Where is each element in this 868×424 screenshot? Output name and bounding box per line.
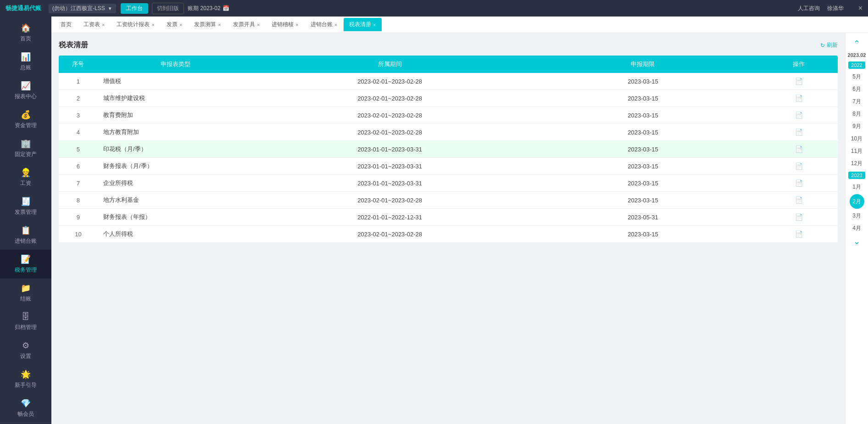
- action-icon[interactable]: 📄: [795, 128, 803, 136]
- cell-type: 财务报表（年报）: [98, 209, 254, 226]
- action-icon[interactable]: 📄: [795, 196, 803, 204]
- tab-tax_register[interactable]: 税表清册×: [344, 18, 381, 31]
- action-icon[interactable]: 📄: [795, 78, 803, 85]
- tab-close-invoice[interactable]: ×: [179, 22, 182, 28]
- tab-close-salary[interactable]: ×: [102, 22, 105, 28]
- cell-deadline: 2023-03-15: [526, 107, 760, 124]
- main-layout: 🏠首页📊总账📈报表中心💰资金管理🏢固定资产👷工资🧾发票管理📋进销台账📝税务管理📁…: [0, 17, 868, 424]
- cell-seq: 5: [59, 141, 98, 158]
- sidebar-label-tax: 税务管理: [15, 266, 37, 274]
- sidebar-label-fixed: 固定资产: [15, 151, 37, 158]
- action-icon[interactable]: 📄: [795, 95, 803, 102]
- sidebar-item-close[interactable]: 📁结账: [0, 279, 51, 307]
- sidebar-item-purchase[interactable]: 📋进销台账: [0, 221, 51, 250]
- calendar-up-button[interactable]: ⌃: [851, 37, 862, 50]
- sidebar-item-archive[interactable]: 🗄归档管理: [0, 307, 51, 336]
- cal-month-11月[interactable]: 11月: [848, 145, 866, 157]
- tab-close-invoice_calc[interactable]: ×: [218, 22, 221, 28]
- cell-deadline: 2023-03-15: [526, 124, 760, 141]
- tab-close-tax_register[interactable]: ×: [373, 22, 376, 28]
- vip-icon: 💎: [21, 398, 31, 408]
- page-title: 税表清册: [59, 40, 88, 50]
- calendar-down-button[interactable]: ⌄: [851, 234, 862, 248]
- cal-month-8月[interactable]: 8月: [848, 108, 866, 120]
- user-service[interactable]: 人工咨询: [798, 5, 820, 12]
- sidebar-item-ledger[interactable]: 📊总账: [0, 47, 51, 76]
- sidebar-item-tax[interactable]: 📝税务管理: [0, 250, 51, 279]
- calendar-header: 2023.02: [848, 50, 866, 60]
- cal-month-12月[interactable]: 12月: [848, 157, 866, 170]
- refresh-icon: ↻: [820, 42, 825, 49]
- period-label: 账期: [188, 5, 199, 12]
- sidebar-item-settings[interactable]: ⚙设置: [0, 336, 51, 365]
- cal-month-9月[interactable]: 9月: [848, 120, 866, 133]
- cell-type: 地方水利基金: [98, 192, 254, 209]
- tab-label-invoice_calc: 发票测算: [194, 21, 216, 28]
- action-icon[interactable]: 📄: [795, 230, 803, 238]
- action-icon[interactable]: 📄: [795, 162, 803, 170]
- close-icon: 📁: [21, 283, 31, 293]
- col-header-action: 操作: [760, 56, 838, 73]
- sidebar-item-vip[interactable]: 💎畅会员: [0, 394, 51, 423]
- company-name: (勿动）江西极宜-LSS: [52, 5, 105, 12]
- cal-month-curr-4月[interactable]: 4月: [848, 222, 866, 234]
- company-selector[interactable]: (勿动）江西极宜-LSS ▼: [49, 4, 116, 13]
- top-close-button[interactable]: ×: [858, 4, 862, 12]
- tab-purchase_ledger[interactable]: 进销台账×: [305, 18, 343, 31]
- cal-month-10月[interactable]: 10月: [848, 133, 866, 145]
- tab-invoice_open[interactable]: 发票开具×: [228, 18, 265, 31]
- cell-action: 📄: [760, 90, 838, 107]
- old-version-button[interactable]: 切到旧版: [152, 3, 184, 14]
- fund-icon: 💰: [21, 110, 31, 120]
- tab-close-salary_report[interactable]: ×: [151, 22, 154, 28]
- tab-close-purchase_ledger[interactable]: ×: [334, 22, 337, 28]
- tab-invoice[interactable]: 发票×: [161, 18, 188, 31]
- refresh-button[interactable]: ↻ 刷新: [820, 41, 838, 49]
- cal-month-7月[interactable]: 7月: [848, 95, 866, 108]
- sidebar-label-report: 报表中心: [15, 93, 37, 100]
- cal-month-6月[interactable]: 6月: [848, 83, 866, 95]
- cell-deadline: 2023-03-15: [526, 158, 760, 175]
- sidebar-label-settings: 设置: [20, 352, 31, 360]
- cal-month-curr-1月[interactable]: 1月: [848, 181, 866, 193]
- tab-close-purchase_check[interactable]: ×: [295, 22, 298, 28]
- sidebar-item-invoice[interactable]: 🧾发票管理: [0, 192, 51, 221]
- cell-action: 📄: [760, 107, 838, 124]
- cal-month-curr-2月[interactable]: 2月: [850, 194, 864, 209]
- cell-period: 2023-02-01~2023-02-28: [253, 90, 526, 107]
- sidebar-item-report[interactable]: 📈报表中心: [0, 76, 51, 105]
- user-name[interactable]: 徐涤华: [827, 5, 844, 12]
- app-logo: 畅捷通易代账: [6, 4, 41, 12]
- table-row: 8 地方水利基金 2023-02-01~2023-02-28 2023-03-1…: [59, 192, 838, 209]
- table-row: 10 个人所得税 2023-02-01~2023-02-28 2023-03-1…: [59, 226, 838, 243]
- page-content: 税表清册 ↻ 刷新 序号申报表类型所属期间申报期限操作 1 增值税 2023-0…: [51, 33, 868, 424]
- action-icon[interactable]: 📄: [795, 145, 803, 153]
- cell-type: 印花税（月/季）: [98, 141, 254, 158]
- page-header: 税表清册 ↻ 刷新: [59, 40, 838, 50]
- action-icon[interactable]: 📄: [795, 213, 803, 221]
- col-header-type: 申报表类型: [98, 56, 254, 73]
- calendar-icon[interactable]: 📅: [223, 5, 229, 11]
- action-icon[interactable]: 📄: [795, 179, 803, 187]
- sidebar-item-fund[interactable]: 💰资金管理: [0, 105, 51, 134]
- cal-month-curr-3月[interactable]: 3月: [848, 210, 866, 222]
- sidebar-label-fund: 资金管理: [15, 122, 37, 129]
- tax-table: 序号申报表类型所属期间申报期限操作 1 增值税 2023-02-01~2023-…: [59, 56, 838, 243]
- sidebar-item-guide[interactable]: 🌟新手引导: [0, 365, 51, 394]
- tab-purchase_check[interactable]: 进销稽核×: [266, 18, 304, 31]
- workspace-button[interactable]: 工作台: [121, 3, 148, 14]
- sidebar-item-home[interactable]: 🏠首页: [0, 18, 51, 47]
- tab-label-invoice_open: 发票开具: [233, 21, 255, 28]
- tab-salary_report[interactable]: 工资统计报表×: [111, 18, 160, 31]
- sidebar-item-fixed[interactable]: 🏢固定资产: [0, 134, 51, 163]
- period-value: 2023-02: [200, 5, 221, 11]
- sidebar-item-salary[interactable]: 👷工资: [0, 163, 51, 192]
- period-display: 账期 2023-02 📅: [188, 5, 229, 12]
- tab-salary[interactable]: 工资表×: [78, 18, 110, 31]
- tab-close-invoice_open[interactable]: ×: [257, 22, 260, 28]
- curr-year-badge: 2023: [848, 172, 865, 179]
- tab-home[interactable]: 首页: [55, 18, 77, 31]
- tab-invoice_calc[interactable]: 发票测算×: [189, 18, 226, 31]
- action-icon[interactable]: 📄: [795, 112, 803, 119]
- cal-month-5月[interactable]: 5月: [848, 71, 866, 83]
